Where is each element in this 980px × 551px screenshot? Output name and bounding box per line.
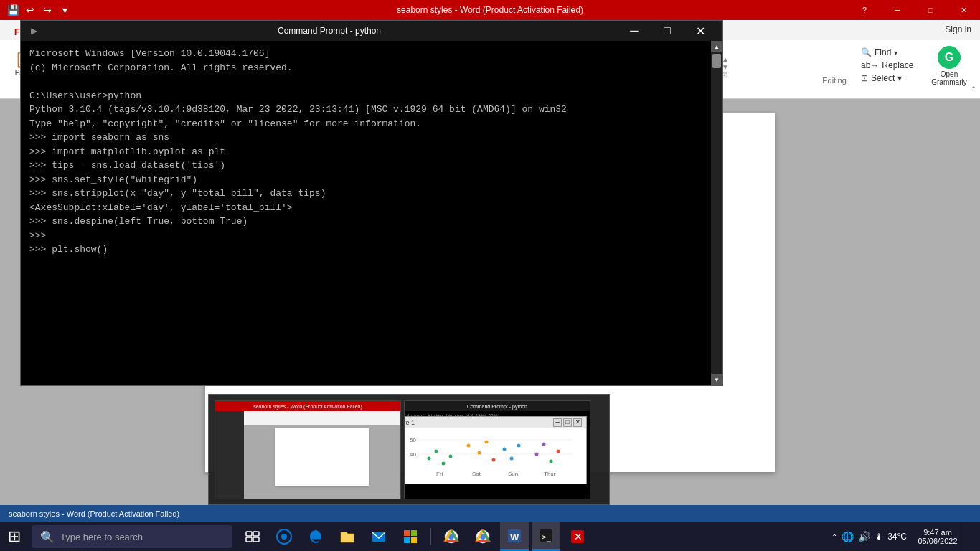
figure-title: Figure 1 (404, 419, 550, 426)
svg-text:✕: ✕ (574, 531, 583, 542)
cortana-icon[interactable] (270, 522, 298, 551)
svg-rect-31 (411, 530, 417, 536)
svg-rect-25 (246, 537, 252, 542)
cmd-app-icon: ▶ (27, 24, 41, 38)
svg-point-19 (535, 453, 539, 456)
save-icon[interactable]: 💾 (6, 3, 20, 17)
system-tray: ⌃ 🌐 🔊 🌡 34°C 9:47 am 05/06/2022 (826, 522, 980, 551)
ribbon-collapse-button[interactable]: ⌃ (967, 82, 980, 98)
svg-point-15 (492, 458, 496, 462)
mail-button[interactable] (364, 522, 393, 551)
taskbar-preview-container: seaborn styles - Word (Product Activatio… (208, 394, 610, 505)
grammarly-area: G Open Grammarly (924, 46, 974, 86)
preview-cmd-content: Microsoft Windows [Version 10.0.19044.17… (405, 411, 590, 499)
help-button[interactable]: ? (848, 0, 881, 20)
preview-main (244, 411, 400, 499)
svg-point-17 (510, 457, 514, 461)
scroll-up-button[interactable]: ▲ (711, 41, 722, 52)
svg-point-9 (435, 450, 438, 453)
svg-rect-24 (253, 532, 259, 536)
cmd-content: Microsoft Windows [Version 10.0.19044.17… (21, 41, 722, 385)
edge-button[interactable] (301, 522, 330, 551)
taskbar-app-icons: W >_ ✕ (238, 522, 592, 551)
file-explorer-button[interactable] (333, 522, 362, 551)
minimize-button[interactable]: ─ (881, 0, 914, 20)
clock-time: 9:47 am (923, 528, 952, 537)
taskview-button[interactable] (238, 522, 267, 551)
svg-rect-30 (404, 530, 410, 536)
figure-minimize[interactable]: ─ (553, 418, 562, 427)
cmd-taskbar-button[interactable]: >_ (532, 522, 560, 551)
word-title: seaborn styles - Word (Product Activatio… (397, 5, 583, 15)
window-controls: ? ─ □ ✕ (848, 0, 980, 20)
clock[interactable]: 9:47 am 05/06/2022 (913, 528, 963, 545)
svg-rect-32 (404, 537, 410, 543)
start-button[interactable]: ⊞ (0, 522, 29, 551)
windows-taskbar: ⊞ 🔍 Type here to search (0, 522, 980, 551)
svg-text:W: W (510, 532, 519, 542)
cmd-close-button[interactable]: ✕ (684, 21, 717, 41)
svg-point-16 (503, 448, 507, 451)
active-window-label: seaborn styles - Word (Product Activatio… (9, 509, 179, 518)
preview-word-thumbnail[interactable]: seaborn styles - Word (Product Activatio… (215, 400, 401, 499)
cmd-controls: ─ □ ✕ (618, 21, 717, 41)
redo-icon[interactable]: ↪ (40, 3, 55, 17)
chrome-button-1[interactable] (437, 522, 466, 551)
search-placeholder: Type here to search (60, 532, 143, 542)
cmd-maximize-button[interactable]: □ (651, 21, 684, 41)
svg-text:Sat: Sat (472, 471, 481, 477)
svg-point-11 (449, 455, 453, 458)
grammarly-icon[interactable]: G (938, 46, 961, 69)
customize-icon[interactable]: ▾ (57, 3, 72, 17)
scroll-thumb[interactable] (712, 54, 721, 68)
figure-titlebar: Figure 1 ─ □ ✕ (404, 417, 586, 428)
cmd-minimize-button[interactable]: ─ (618, 21, 651, 41)
svg-point-21 (550, 460, 553, 463)
store-button[interactable] (396, 522, 425, 551)
figure-close[interactable]: ✕ (573, 418, 582, 427)
cmd-scrollbar[interactable]: ▲ ▼ (711, 41, 722, 385)
scroll-down-button[interactable]: ▼ (711, 374, 722, 385)
svg-text:Fri: Fri (436, 471, 443, 477)
chevron-icon[interactable]: ⌃ (831, 533, 837, 541)
temperature: 34°C (887, 532, 907, 542)
close-button[interactable]: ✕ (947, 0, 980, 20)
cmd-title: Command Prompt - python (47, 26, 612, 36)
figure-maximize[interactable]: □ (563, 418, 572, 427)
find-icon: 🔍 (861, 47, 872, 57)
cmd-titlebar: ▶ Command Prompt - python ─ □ ✕ (21, 21, 722, 41)
quick-access-toolbar: 💾 ↩ ↪ ▾ (0, 0, 143, 20)
preview-word-content (215, 411, 400, 499)
svg-rect-23 (246, 532, 252, 536)
svg-rect-26 (253, 537, 259, 542)
sign-in-button[interactable]: Sign in (945, 24, 971, 34)
antivirus-button[interactable]: ✕ (563, 522, 592, 551)
svg-text:Sun: Sun (508, 471, 518, 477)
undo-icon[interactable]: ↩ (23, 3, 37, 17)
svg-point-13 (478, 451, 481, 455)
active-window-taskbar-strip: seaborn styles - Word (Product Activatio… (0, 505, 980, 522)
volume-icon[interactable]: 🔊 (858, 531, 870, 542)
taskbar-search-bar[interactable]: 🔍 Type here to search (32, 525, 232, 548)
network-icon[interactable]: 🌐 (842, 531, 854, 542)
scatter-plot-svg: 50 40 Fri Sat Sun Thur (404, 431, 576, 478)
preview-cmd-titlebar: Command Prompt - python (405, 401, 590, 411)
chrome-button-2[interactable] (468, 522, 497, 551)
svg-point-18 (517, 444, 521, 448)
replace-icon: ab→ (861, 60, 879, 70)
preview-cmd-title: Command Prompt - python (467, 404, 527, 409)
svg-text:40: 40 (410, 451, 416, 458)
maximize-button[interactable]: □ (914, 0, 947, 20)
svg-point-14 (485, 441, 489, 444)
svg-point-28 (281, 534, 287, 540)
taskbar-separator (430, 528, 431, 545)
figure-1-window: Figure 1 ─ □ ✕ 50 40 (404, 416, 587, 484)
word-titlebar: 💾 ↩ ↪ ▾ seaborn styles - Word (Product A… (0, 0, 980, 20)
svg-point-22 (557, 450, 560, 453)
word-taskbar-button[interactable]: W (500, 522, 529, 551)
editing-label: Editing (806, 76, 863, 85)
svg-text:50: 50 (410, 437, 416, 443)
preview-cmd-thumbnail[interactable]: Command Prompt - python Microsoft Window… (404, 400, 590, 499)
search-icon: 🔍 (40, 530, 55, 544)
show-desktop-button[interactable] (963, 522, 980, 551)
